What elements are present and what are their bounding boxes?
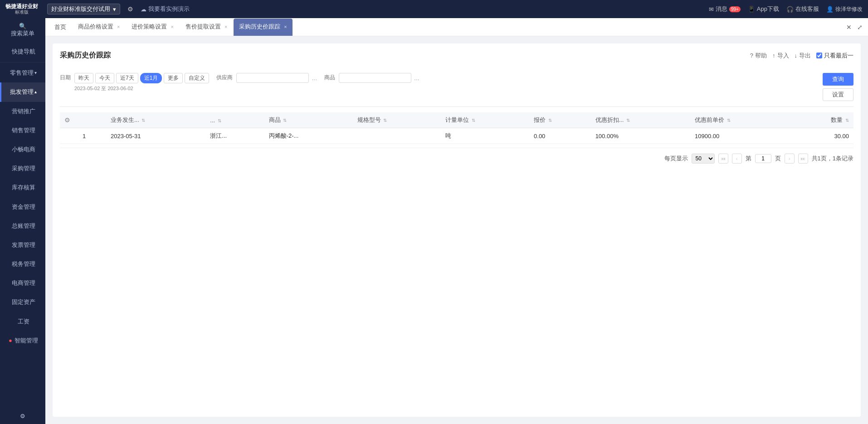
col-quoted-price[interactable]: 报价 ⇅ <box>529 112 591 128</box>
col-price-before[interactable]: 优惠前单价 ⇅ <box>690 112 792 128</box>
date-last1m-btn[interactable]: 近1月 <box>140 73 162 83</box>
page-input[interactable] <box>755 154 771 163</box>
col-discount[interactable]: 优惠折扣... ⇅ <box>591 112 690 128</box>
page-next-btn[interactable]: › <box>785 154 795 164</box>
col-quantity[interactable]: 数量 ⇅ <box>792 112 853 128</box>
version-chevron-icon: ▾ <box>113 6 116 13</box>
tab-sale-price[interactable]: 售价提取设置 × <box>180 19 233 36</box>
tab-sale-price-close-icon[interactable]: × <box>224 24 227 29</box>
date-custom-btn[interactable]: 自定义 <box>185 73 209 83</box>
tab-history-price[interactable]: 采购历史价跟踪 × <box>234 19 292 36</box>
sidebar-retail-arrow-icon: ▾ <box>34 70 37 76</box>
query-button[interactable]: 查询 <box>823 73 853 86</box>
col-biz-date[interactable]: 业务发生... ⇅ <box>106 112 205 128</box>
page-prev-btn[interactable]: ‹ <box>732 154 742 164</box>
sidebar-item-quicknav[interactable]: 快捷导航 <box>0 42 45 61</box>
col-quantity-sort-icon[interactable]: ⇅ <box>845 118 849 123</box>
sidebar-item-ecommerce[interactable]: 电商管理 <box>0 274 45 293</box>
table-body: 1 2023-05-31 浙江... 丙烯酸-2-... 吨 0.00 100.… <box>60 128 853 144</box>
sidebar-search[interactable]: 🔍 搜索菜单 <box>0 18 45 42</box>
date-more-btn[interactable]: 更多 <box>164 73 183 83</box>
date-yesterday-btn[interactable]: 昨天 <box>74 73 93 83</box>
version-selector[interactable]: 好业财标准版交付试用 ▾ <box>47 4 120 14</box>
row-biz-date-cell: 2023-05-31 <box>106 128 205 144</box>
app-download-icon: 📱 <box>748 6 755 13</box>
sidebar-item-retail[interactable]: 零售管理 ▾ <box>0 63 45 82</box>
sidebar-item-marketing[interactable]: 营销推广 <box>0 102 45 121</box>
tab-price[interactable]: 商品价格设置 × <box>73 19 125 36</box>
col-quoted-price-sort-icon[interactable]: ⇅ <box>548 118 552 123</box>
col-spec-sort-icon[interactable]: ⇅ <box>383 118 387 123</box>
col-price-before-sort-icon[interactable]: ⇅ <box>727 118 731 123</box>
sidebar-item-sales[interactable]: 销售管理 <box>0 121 45 140</box>
per-page-select[interactable]: 50 20 100 200 <box>692 154 715 164</box>
col-discount-sort-icon[interactable]: ⇅ <box>626 118 630 123</box>
tab-bar: 首页 商品价格设置 × 进价策略设置 × 售价提取设置 × 采购历史价跟踪 × … <box>45 18 868 36</box>
date-last7-btn[interactable]: 近7天 <box>116 73 138 83</box>
version-settings-icon[interactable]: ⚙ <box>126 5 135 14</box>
sidebar-item-finance[interactable]: 资金管理 <box>0 198 45 217</box>
col-more-sort-icon[interactable]: ⇅ <box>218 118 221 123</box>
sidebar-item-inventory-label: 库存核算 <box>12 184 35 191</box>
sidebar-item-purchase[interactable]: 采购管理 <box>0 159 45 178</box>
online-service-button[interactable]: 🎧 在线客服 <box>786 5 819 13</box>
row-spec-cell <box>353 128 441 144</box>
help-link[interactable]: ? 帮助 <box>750 52 767 60</box>
col-more[interactable]: ... ⇅ <box>205 112 264 128</box>
col-product[interactable]: 商品 ⇅ <box>264 112 353 128</box>
tab-history-price-close-icon[interactable]: × <box>284 24 287 29</box>
import-icon: ↑ <box>772 52 775 59</box>
tab-home[interactable]: 首页 <box>49 19 72 36</box>
col-unit-sort-icon[interactable]: ⇅ <box>472 118 475 123</box>
sidebar-item-fixed-assets[interactable]: 固定资产 <box>0 293 45 312</box>
sidebar-item-ecommerce-small[interactable]: 小畅电商 <box>0 140 45 159</box>
tab-price-close-icon[interactable]: × <box>117 24 120 29</box>
tab-fullscreen-icon[interactable]: ⤢ <box>855 23 864 32</box>
col-product-sort-icon[interactable]: ⇅ <box>283 118 287 123</box>
tab-purchase-strategy-close-icon[interactable]: × <box>171 24 173 29</box>
product-input[interactable] <box>339 73 411 83</box>
export-link[interactable]: ↓ 导出 <box>795 52 811 60</box>
col-settings[interactable]: ⚙ <box>60 112 78 128</box>
page-header-actions: ? 帮助 ↑ 导入 ↓ 导出 只看最后一 <box>750 52 853 60</box>
only-last-checkbox[interactable] <box>816 53 822 58</box>
page-first-btn[interactable]: ⏮ <box>718 154 728 164</box>
only-last-checkbox-label[interactable]: 只看最后一 <box>816 52 853 60</box>
data-table: ⚙ 业务发生... ⇅ ... ⇅ <box>60 112 853 144</box>
user-menu[interactable]: 👤 徐泽华修改 <box>826 5 863 13</box>
col-product-label: 商品 <box>269 116 281 123</box>
sidebar-item-wholesale[interactable]: 批发管理 ▴ <box>0 82 45 101</box>
messages-button[interactable]: ✉ 消息 99+ <box>709 5 741 13</box>
sidebar-item-inventory[interactable]: 库存核算 <box>0 178 45 197</box>
product-filter-label: 商品 <box>324 73 335 82</box>
row-product-cell: 丙烯酸-2-... <box>264 128 353 144</box>
table-settings-gear-icon[interactable]: ⚙ <box>64 116 70 124</box>
sidebar-item-invoice[interactable]: 发票管理 <box>0 236 45 255</box>
sidebar-item-tax[interactable]: 税务管理 <box>0 255 45 274</box>
sidebar-item-purchase-label: 采购管理 <box>12 165 35 172</box>
import-label: 导入 <box>777 52 789 60</box>
product-more-icon[interactable]: ... <box>414 74 419 82</box>
app-logo-sub: 标准版 <box>15 10 29 15</box>
sidebar-item-smart[interactable]: ● 智能管理 <box>0 331 45 350</box>
col-spec[interactable]: 规格型号 ⇅ <box>353 112 441 128</box>
sidebar-settings-btn[interactable]: ⚙ <box>0 408 45 424</box>
sidebar-item-salary[interactable]: 工资 <box>0 312 45 331</box>
search-icon: 🔍 <box>4 23 42 29</box>
sidebar-item-accounting[interactable]: 总账管理 <box>0 217 45 236</box>
page-last-btn[interactable]: ⏭ <box>798 154 808 164</box>
tab-close-all-icon[interactable]: ✕ <box>844 23 853 32</box>
app-download-button[interactable]: 📱 App下载 <box>748 5 779 13</box>
import-link[interactable]: ↑ 导入 <box>772 52 789 60</box>
supplier-more-icon[interactable]: ... <box>312 74 317 82</box>
sidebar-item-fixed-assets-label: 固定资产 <box>12 299 35 305</box>
demo-link[interactable]: ☁ 我要看实例演示 <box>141 5 190 13</box>
col-biz-date-sort-icon[interactable]: ⇅ <box>141 118 145 123</box>
settings-button[interactable]: 设置 <box>823 88 853 101</box>
header-right: ✉ 消息 99+ 📱 App下载 🎧 在线客服 👤 徐泽华修改 <box>709 5 863 13</box>
tab-purchase-strategy[interactable]: 进价策略设置 × <box>126 19 179 36</box>
col-unit[interactable]: 计量单位 ⇅ <box>441 112 529 128</box>
supplier-input[interactable] <box>236 73 309 83</box>
date-today-btn[interactable]: 今天 <box>95 73 114 83</box>
supplier-filter-group: 供应商 ... <box>216 73 317 83</box>
